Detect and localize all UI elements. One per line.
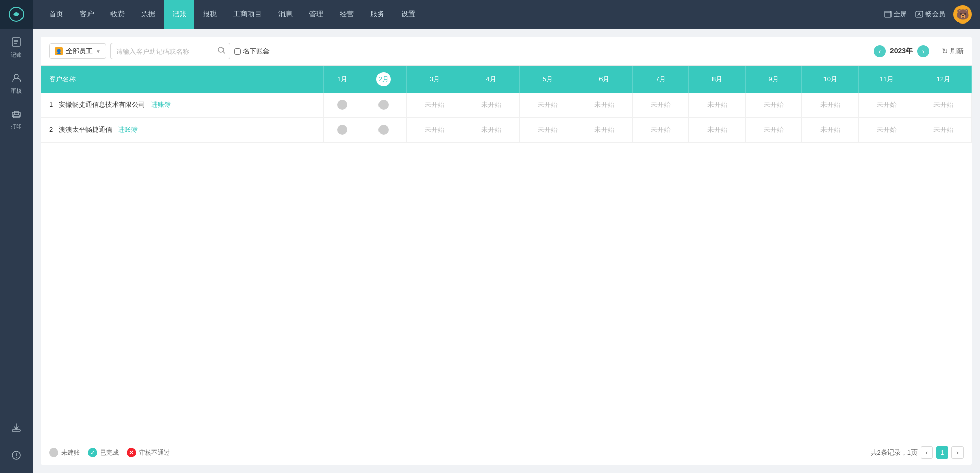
- status-not-started-text: 未开始: [764, 126, 784, 133]
- nav-service[interactable]: 服务: [362, 0, 393, 29]
- nav-receivable[interactable]: 收费: [102, 0, 133, 29]
- col-m10: 10月: [802, 66, 858, 93]
- row-1-name-cell: 1 安徽畅捷通信息技术有限公司 进账簿: [41, 93, 323, 118]
- user-avatar[interactable]: 🐻: [953, 5, 972, 24]
- status-not-started-text: 未开始: [651, 101, 671, 108]
- col-m7: 7月: [633, 66, 689, 93]
- sidebar-item-accounting-label: 记账: [11, 51, 22, 59]
- accounting-icon: [9, 35, 24, 49]
- table-container: 客户名称 1月 2月 3月 4月 5月 6月: [41, 66, 972, 440]
- toolbar: 👤 全部员工 ▼ 名下账套: [41, 37, 972, 66]
- status-circle-icon: —: [337, 100, 347, 110]
- nav-manage[interactable]: 管理: [301, 0, 331, 29]
- member-label: 畅会员: [925, 10, 945, 19]
- status-not-started-text: 未开始: [594, 126, 614, 133]
- legend-not-started-icon: —: [49, 448, 58, 457]
- prev-page-btn[interactable]: ‹: [921, 446, 933, 459]
- table-footer: — 未建账 ✓ 已完成 ✕ 审核不通过 共2条记录，1页 ‹ 1 ›: [41, 440, 972, 465]
- refresh-label: 刷新: [950, 47, 964, 56]
- status-not-started-text: 未开始: [820, 101, 840, 108]
- support-btn[interactable]: [0, 442, 33, 468]
- legend-failed: ✕ 审核不通过: [127, 448, 170, 457]
- status-not-started-text: 未开始: [877, 126, 897, 133]
- download-btn[interactable]: [0, 415, 33, 440]
- row-2-month-3: 未开始: [407, 118, 463, 143]
- svg-rect-9: [12, 430, 20, 431]
- next-page-btn[interactable]: ›: [951, 446, 964, 459]
- nav-message[interactable]: 消息: [270, 0, 301, 29]
- search-input[interactable]: [111, 45, 213, 58]
- nav-invoice[interactable]: 票据: [133, 0, 164, 29]
- status-not-started-text: 未开始: [877, 101, 897, 108]
- row-1-month-1: —: [323, 93, 361, 118]
- dropdown-arrow-icon: ▼: [96, 49, 101, 54]
- refresh-icon: ↻: [942, 47, 948, 56]
- client-index: 2: [49, 126, 53, 133]
- sidebar-item-audit-label: 审核: [11, 87, 22, 95]
- member-btn[interactable]: 畅会员: [915, 10, 945, 19]
- table-header-row: 客户名称 1月 2月 3月 4月 5月 6月: [41, 66, 972, 93]
- sidebar-item-print-label: 打印: [11, 123, 22, 130]
- sidebar-item-accounting[interactable]: 记账: [0, 29, 33, 64]
- employee-dropdown[interactable]: 👤 全部员工 ▼: [49, 43, 106, 59]
- nav-operation[interactable]: 经营: [331, 0, 362, 29]
- svg-point-8: [18, 114, 19, 115]
- legend-failed-icon: ✕: [127, 448, 136, 457]
- nav-settings[interactable]: 设置: [393, 0, 424, 29]
- row-1-month-4: 未开始: [463, 93, 519, 118]
- sidebar-item-print[interactable]: 打印: [0, 100, 33, 136]
- legend-completed-icon: ✓: [88, 448, 97, 457]
- employee-icon: 👤: [55, 47, 63, 55]
- fullscreen-btn[interactable]: 全屏: [884, 10, 907, 19]
- legend-completed: ✓ 已完成: [88, 448, 119, 457]
- row-1-month-2: —: [361, 93, 407, 118]
- row-1-month-9: 未开始: [745, 93, 801, 118]
- nav-business[interactable]: 工商项目: [225, 0, 270, 29]
- nav-tax[interactable]: 报税: [194, 0, 225, 29]
- row-1-month-11: 未开始: [858, 93, 915, 118]
- status-not-started-text: 未开始: [651, 126, 671, 133]
- prev-year-btn[interactable]: ‹: [874, 45, 886, 57]
- year-nav: ‹ 2023年 ›: [874, 45, 929, 57]
- row-2-month-12: 未开始: [915, 118, 972, 143]
- row-1-month-12: 未开始: [915, 93, 972, 118]
- fullscreen-label: 全屏: [894, 10, 907, 19]
- nav-home[interactable]: 首页: [41, 0, 72, 29]
- sidebar-bottom: [0, 415, 33, 473]
- enter-ledger-link[interactable]: 进账簿: [151, 101, 171, 108]
- col-m1: 1月: [323, 66, 361, 93]
- table-row: 1 安徽畅捷通信息技术有限公司 进账簿 ——未开始未开始未开始未开始未开始未开始…: [41, 93, 972, 118]
- pagination: 共2条记录，1页 ‹ 1 ›: [871, 446, 964, 459]
- status-not-started-text: 未开始: [933, 101, 953, 108]
- row-2-month-6: 未开始: [576, 118, 632, 143]
- row-2-month-10: 未开始: [802, 118, 858, 143]
- status-circle-icon: —: [378, 100, 389, 110]
- nav-customer[interactable]: 客户: [72, 0, 102, 29]
- page-1-btn[interactable]: 1: [936, 446, 948, 459]
- status-not-started-text: 未开始: [707, 126, 727, 133]
- top-nav: 首页 客户 收费 票据 记账 报税 工商项目 消息 管理 经营 服务 设置 全屏: [33, 0, 980, 29]
- row-1-month-3: 未开始: [407, 93, 463, 118]
- sidebar-item-audit[interactable]: 审核: [0, 64, 33, 100]
- col-m12: 12月: [915, 66, 972, 93]
- legend-not-started-label: 未建账: [61, 448, 80, 457]
- client-index: 1: [49, 101, 53, 108]
- nav-accounting[interactable]: 记账: [164, 0, 194, 29]
- account-set-checkbox[interactable]: [234, 48, 241, 55]
- status-not-started-text: 未开始: [481, 126, 501, 133]
- row-1-month-6: 未开始: [576, 93, 632, 118]
- next-year-btn[interactable]: ›: [917, 45, 929, 57]
- row-2-month-8: 未开始: [689, 118, 745, 143]
- svg-point-11: [16, 457, 17, 458]
- search-button[interactable]: [213, 43, 230, 59]
- legend-failed-label: 审核不通过: [139, 448, 170, 457]
- row-2-month-4: 未开始: [463, 118, 519, 143]
- col-m6: 6月: [576, 66, 632, 93]
- status-not-started-text: 未开始: [764, 101, 784, 108]
- print-icon: [9, 106, 24, 121]
- enter-ledger-link[interactable]: 进账簿: [118, 126, 138, 133]
- main-panel: 👤 全部员工 ▼ 名下账套: [41, 37, 972, 465]
- col-name: 客户名称: [41, 66, 323, 93]
- account-set-checkbox-label[interactable]: 名下账套: [234, 47, 270, 56]
- refresh-btn[interactable]: ↻ 刷新: [942, 47, 964, 56]
